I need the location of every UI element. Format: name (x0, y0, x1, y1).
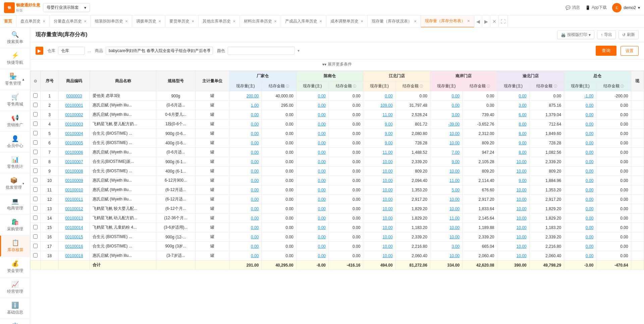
sidebar-item-retail[interactable]: 🏪 零售管理 ▲ (0, 69, 30, 90)
row-nanan-stock[interactable]: 3.00 (430, 242, 462, 251)
row-jiangbei-stock[interactable]: 9.00 (363, 129, 395, 138)
row-code[interactable]: 00100003 (59, 120, 90, 129)
query-btn[interactable]: 查询 (596, 46, 616, 56)
row-checkbox[interactable] (31, 195, 41, 204)
row-chennan-stock[interactable]: 0.00 (296, 204, 328, 214)
row-nanan-stock[interactable]: 10.00 (430, 232, 462, 242)
row-code[interactable]: 00100016 (59, 242, 90, 251)
row-nanan-stock[interactable]: -39.00 (430, 120, 462, 129)
tab-material-out[interactable]: 材料出库单历史 ✕ (240, 15, 281, 28)
row-yubei-stock[interactable]: 10.00 (497, 167, 529, 176)
tab-nav-right[interactable]: ▶ (482, 15, 490, 28)
tab-cost-adj[interactable]: 成本调整单历史 ✕ (326, 15, 368, 28)
row-factory-stock[interactable]: 1.00 (229, 101, 262, 110)
row-factory-stock[interactable]: 0.00 (229, 167, 262, 176)
row-chennan-stock[interactable]: 0.00 (296, 214, 328, 223)
row-jiangbei-stock[interactable]: 9.00 (363, 120, 395, 129)
row-checkbox[interactable] (31, 167, 41, 176)
refresh-btn[interactable]: ↺ 刷新 (619, 30, 639, 39)
sidebar-item-finance[interactable]: 💰 资金管理 (0, 257, 30, 277)
sidebar-item-quicknav[interactable]: ⚡ 快捷导航 (0, 48, 30, 69)
row-chennan-stock[interactable]: 0.00 (296, 101, 328, 110)
row-jiangbei-stock[interactable]: 10.00 (363, 242, 395, 251)
row-jiangbei-stock[interactable]: 10.00 (363, 251, 395, 261)
row-jiangbei-stock[interactable]: 109.00 (363, 101, 395, 110)
sidebar-item-ecommerce[interactable]: 💻 电商管理 (0, 194, 30, 215)
row-chennan-stock[interactable]: 0.00 (296, 110, 328, 120)
row-nanan-stock[interactable]: 5.00 (430, 185, 462, 195)
row-code[interactable]: 00100018 (59, 251, 90, 261)
row-nanan-stock[interactable]: 0.00 (430, 91, 462, 101)
row-jiangbei-stock[interactable]: 11.00 (363, 148, 395, 157)
row-total-stock[interactable]: 0.00 (564, 185, 596, 195)
expand-arrow-btn[interactable]: ▶ (36, 47, 43, 55)
row-chennan-stock[interactable]: 0.00 (296, 129, 328, 138)
row-checkbox[interactable] (31, 91, 41, 101)
sidebar-item-search[interactable]: 🔍 搜索英单 (0, 28, 30, 48)
row-total-stock[interactable]: 0.00 (564, 148, 596, 157)
row-checkbox[interactable] (31, 148, 41, 157)
row-jiangbei-stock[interactable]: 10.00 (363, 185, 395, 195)
row-yubei-stock[interactable]: 10.00 (497, 242, 529, 251)
row-chennan-stock[interactable]: 0.00 (296, 242, 328, 251)
row-yubei-stock[interactable]: 9.00 (497, 138, 529, 148)
close-icon[interactable]: ✕ (158, 19, 161, 23)
row-total-stock[interactable]: 0.00 (564, 110, 596, 120)
close-icon[interactable]: ✕ (125, 19, 128, 23)
row-factory-stock[interactable]: 0.00 (229, 251, 262, 261)
row-factory-stock[interactable]: 0.00 (229, 204, 262, 214)
setting-btn[interactable]: 设置 (621, 46, 639, 56)
row-jiangbei-stock[interactable]: 10.00 (363, 157, 395, 167)
settings-col[interactable]: ⚙ (31, 71, 41, 91)
row-checkbox[interactable] (31, 223, 41, 232)
sidebar-item-basics[interactable]: ℹ️ 基础信息 (0, 298, 30, 319)
row-code[interactable]: 0000003 (59, 91, 90, 101)
row-yubei-stock[interactable]: 10.00 (497, 157, 529, 167)
row-jiangbei-stock[interactable]: 9.00 (363, 138, 395, 148)
sidebar-item-purchase[interactable]: 🛍️ 采购管理 (0, 215, 30, 236)
app-download-btn[interactable]: 📱 App下载 (585, 5, 607, 10)
sidebar-item-inventory[interactable]: 📋 库存核算 (0, 236, 30, 257)
row-checkbox[interactable] (31, 138, 41, 148)
close-icon[interactable]: ✕ (361, 19, 363, 23)
row-nanan-stock[interactable]: 7.00 (430, 148, 462, 157)
row-checkbox[interactable] (31, 251, 41, 261)
row-chennan-stock[interactable]: 0.00 (296, 120, 328, 129)
tab-stock-status[interactable]: 现存量（库存状况表）✕ (368, 15, 421, 28)
row-total-stock[interactable]: 0.00 (564, 101, 596, 110)
row-nanan-stock[interactable]: 10.00 (430, 167, 462, 176)
product-input[interactable] (106, 47, 213, 55)
row-chennan-stock[interactable]: 0.00 (296, 176, 328, 185)
row-jiangbei-stock[interactable]: 11.00 (363, 110, 395, 120)
row-total-stock[interactable]: 0.00 (564, 195, 596, 204)
row-factory-stock[interactable]: 0.00 (229, 232, 262, 242)
row-yubei-stock[interactable]: 9.00 (497, 176, 529, 185)
row-chennan-stock[interactable]: 0.00 (296, 223, 328, 232)
row-yubei-stock[interactable]: 0.00 (497, 91, 529, 101)
row-yubei-stock[interactable]: 10.00 (497, 223, 529, 232)
row-code[interactable]: 00100007 (59, 157, 90, 167)
row-jiangbei-stock[interactable]: 10.00 (363, 176, 395, 185)
close-icon[interactable]: ✕ (414, 19, 417, 23)
row-nanan-stock[interactable]: 11.00 (430, 176, 462, 185)
row-chennan-stock[interactable]: 0.00 (296, 251, 328, 261)
row-total-stock[interactable]: 0.00 (564, 176, 596, 185)
row-factory-stock[interactable]: 0.00 (229, 242, 262, 251)
tab-partial-inventory[interactable]: 分量盘点单历史 ✕ (50, 15, 91, 28)
row-yubei-stock[interactable]: 8.00 (497, 129, 529, 138)
tab-nav-left[interactable]: ◀ (474, 15, 482, 28)
row-nanan-stock[interactable]: 0.00 (430, 101, 462, 110)
row-factory-stock[interactable]: 0.00 (229, 223, 262, 232)
row-factory-stock[interactable]: 0.00 (229, 195, 262, 204)
row-code[interactable]: 00100012 (59, 204, 90, 214)
row-yubei-stock[interactable]: 10.00 (497, 214, 529, 223)
sidebar-item-retail-stats[interactable]: 📊 零售统计 (0, 152, 30, 173)
row-code[interactable]: 00100001 (59, 101, 90, 110)
gear-icon[interactable]: ⚙ (34, 79, 37, 84)
row-factory-stock[interactable]: 0.00 (229, 138, 262, 148)
industry-select[interactable]: 母婴行业演示陈套 ▾ (43, 3, 90, 12)
warehouse-input[interactable] (58, 47, 85, 55)
row-chennan-stock[interactable]: 0.00 (296, 148, 328, 157)
row-checkbox[interactable] (31, 185, 41, 195)
sidebar-item-marketing[interactable]: 📢 营销推广 (0, 111, 30, 132)
